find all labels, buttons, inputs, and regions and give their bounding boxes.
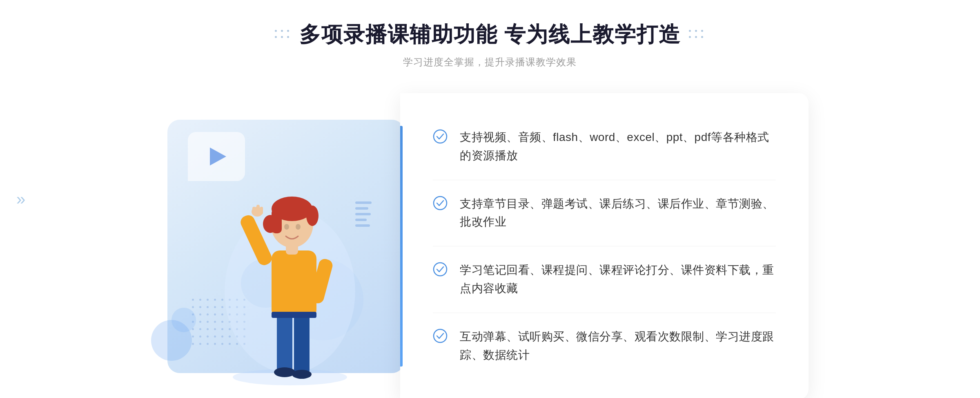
svg-rect-6 [272,250,316,318]
svg-rect-2 [277,312,292,373]
header-section: 多项录播课辅助功能 专为线上教学打造 学习进度全掌握，提升录播课教学效果 [275,20,705,69]
svg-rect-18 [252,207,256,214]
header-deco-left [275,30,291,40]
human-figure-illustration [216,148,363,385]
svg-rect-3 [294,312,310,375]
feature-text-1: 支持视频、音频、flash、word、excel、ppt、pdf等各种格式的资源… [460,128,776,165]
svg-point-25 [434,329,447,342]
feature-item-1: 支持视频、音频、flash、word、excel、ppt、pdf等各种格式的资源… [433,114,776,180]
svg-rect-20 [260,207,263,214]
check-icon-2 [433,196,448,210]
page-wrapper: 多项录播课辅助功能 专为线上教学打造 学习进度全掌握，提升录播课教学效果 » [0,0,980,398]
illustration-wrapper [155,107,416,385]
svg-point-4 [274,367,295,377]
svg-point-24 [434,263,447,276]
feature-item-3: 学习笔记回看、课程提问、课程评论打分、课件资料下载，重点内容收藏 [433,246,776,313]
svg-point-5 [292,370,312,379]
svg-rect-19 [256,205,260,214]
page-subtitle: 学习进度全掌握，提升录播课教学效果 [275,56,705,69]
svg-rect-21 [272,312,316,318]
left-arrow-decoration: » [16,190,25,208]
check-icon-3 [433,262,448,277]
svg-point-22 [434,130,447,143]
svg-point-14 [263,215,278,233]
feature-item-4: 互动弹幕、试听购买、微信分享、观看次数限制、学习进度跟踪、数据统计 [433,313,776,379]
svg-point-15 [284,224,289,230]
feature-text-3: 学习笔记回看、课程提问、课程评论打分、课件资料下载，重点内容收藏 [460,261,776,298]
bottom-circle-deco-2 [172,308,196,332]
svg-point-16 [296,224,301,230]
header-deco-right [689,30,705,40]
check-icon-4 [433,329,448,343]
feature-text-4: 互动弹幕、试听购买、微信分享、观看次数限制、学习进度跟踪、数据统计 [460,328,776,364]
feature-text-2: 支持章节目录、弹题考试、课后练习、课后作业、章节测验、批改作业 [460,195,776,232]
feature-item-2: 支持章节目录、弹题考试、课后练习、课后作业、章节测验、批改作业 [433,180,776,247]
page-title: 多项录播课辅助功能 专为线上教学打造 [299,20,681,49]
svg-point-23 [434,197,447,210]
content-area: 支持视频、音频、flash、word、excel、ppt、pdf等各种格式的资源… [143,93,837,398]
check-icon-1 [433,129,448,144]
header-title-row: 多项录播课辅助功能 专为线上教学打造 [275,20,705,49]
info-panel: 支持视频、音频、flash、word、excel、ppt、pdf等各种格式的资源… [400,93,808,398]
svg-point-13 [306,206,318,226]
